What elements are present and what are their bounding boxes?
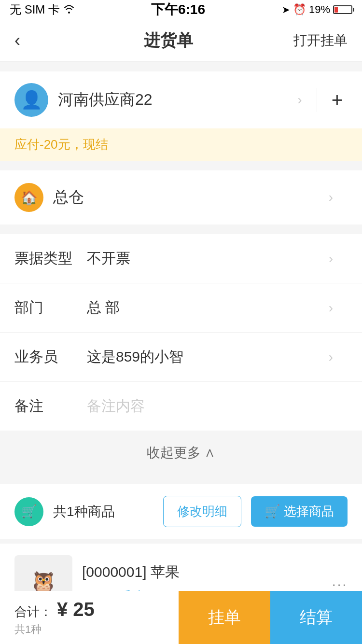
open-pending-button[interactable]: 打开挂单 (293, 31, 348, 50)
department-chevron-icon: › (329, 300, 333, 316)
supplier-section: 👤 河南供应商22 › + 应付-20元，现结 (0, 71, 362, 161)
back-button[interactable]: ‹ (14, 30, 43, 51)
salesperson-chevron-icon: › (329, 350, 333, 365)
product-name: [0000001] 苹果 (82, 562, 322, 582)
home-icon: 🏠 (21, 190, 38, 206)
salesperson-label: 业务员 (14, 347, 82, 367)
product-more-button[interactable]: ··· (332, 575, 348, 593)
form-section: 票据类型 不开票 › 部门 总 部 › 业务员 这是859的小智 › 备注 备注… (0, 234, 362, 431)
products-header: 🛒 共1种商品 修改明细 🛒 选择商品 (0, 484, 362, 539)
invoice-row[interactable]: 票据类型 不开票 › (0, 234, 362, 283)
page-title: 进货单 (144, 29, 193, 52)
department-value: 总 部 (82, 298, 329, 318)
remark-label: 备注 (14, 396, 82, 416)
notice-text: 应付-20元，现结 (14, 137, 108, 152)
carrier-label: 无 SIM 卡 (10, 2, 60, 17)
warehouse-chevron-icon: › (329, 190, 333, 205)
warehouse-section[interactable]: 🏠 总仓 › (0, 170, 362, 224)
gap-1 (0, 62, 362, 71)
select-product-button[interactable]: 🛒 选择商品 (251, 496, 348, 527)
remark-row[interactable]: 备注 备注内容 (0, 382, 362, 431)
modify-detail-button[interactable]: 修改明细 (163, 496, 241, 527)
salesperson-value: 这是859的小智 (82, 347, 329, 367)
location-icon: ➤ (282, 4, 290, 15)
remark-input[interactable]: 备注内容 (82, 396, 348, 416)
products-icon: 🛒 (14, 497, 43, 526)
salesperson-row[interactable]: 业务员 这是859的小智 › (0, 333, 362, 382)
nav-bar: ‹ 进货单 打开挂单 (0, 19, 362, 62)
supplier-avatar: 👤 (14, 83, 48, 117)
gap-2 (0, 475, 362, 484)
status-bar: 无 SIM 卡 下午6:16 ➤ ⏰ 19% (0, 0, 362, 19)
vertical-divider (317, 88, 317, 112)
total-section: 合计： ¥ 25 共1种 (0, 591, 179, 644)
hang-order-button[interactable]: 挂单 (179, 591, 270, 644)
bottom-bar: 合计： ¥ 25 共1种 挂单 结算 (0, 591, 362, 644)
select-product-label: 选择商品 (284, 503, 334, 520)
battery-icon (333, 5, 352, 14)
supplier-chevron-icon: › (297, 92, 302, 108)
battery-percent: 19% (309, 3, 330, 16)
product-code: [0000001] (82, 564, 151, 580)
wifi-icon (64, 3, 74, 16)
total-row: 合计： ¥ 25 (14, 599, 164, 620)
alarm-icon: ⏰ (293, 3, 306, 16)
invoice-chevron-icon: › (329, 251, 333, 266)
department-row[interactable]: 部门 总 部 › (0, 283, 362, 333)
select-cart-icon: 🛒 (265, 504, 280, 519)
total-label: 合计： (14, 603, 52, 620)
total-amount: ¥ 25 (57, 599, 95, 620)
notice-bar: 应付-20元，现结 (0, 128, 362, 161)
status-right: ➤ ⏰ 19% (282, 3, 352, 16)
warehouse-icon: 🏠 (14, 183, 43, 212)
checkout-button[interactable]: 结算 (270, 591, 362, 644)
supplier-name[interactable]: 河南供应商22 (58, 89, 297, 111)
products-count: 共1种商品 (53, 503, 153, 521)
invoice-label: 票据类型 (14, 249, 82, 268)
product-title: 苹果 (151, 564, 180, 580)
time-label: 下午6:16 (151, 0, 205, 19)
supplier-row: 👤 河南供应商22 › + (0, 71, 362, 128)
collapse-label: 收起更多 ∧ (147, 445, 216, 460)
add-supplier-button[interactable]: + (327, 89, 348, 111)
warehouse-name: 总仓 (53, 187, 329, 208)
person-icon: 👤 (21, 90, 42, 110)
invoice-value: 不开票 (82, 249, 329, 268)
status-left: 无 SIM 卡 (10, 2, 74, 17)
cart-small-icon: 🛒 (21, 504, 37, 519)
total-count: 共1种 (14, 622, 164, 637)
collapse-bar[interactable]: 收起更多 ∧ (0, 431, 362, 475)
department-label: 部门 (14, 298, 82, 318)
